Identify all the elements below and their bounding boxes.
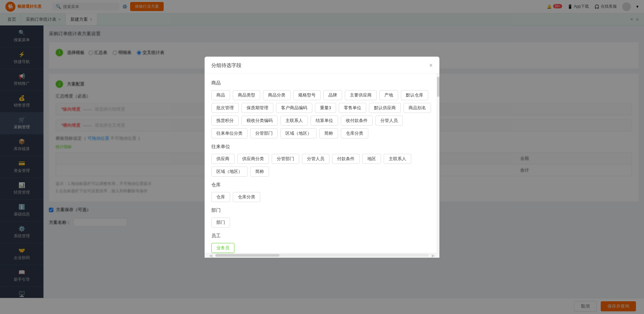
field-tag[interactable]: 品牌 — [323, 90, 342, 100]
field-tag[interactable]: 商品别名 — [404, 103, 431, 113]
field-tag[interactable]: 部门 — [211, 217, 230, 228]
section-staff-title: 员工 — [211, 233, 433, 239]
field-tag[interactable]: 仓库 — [211, 192, 230, 202]
field-tag[interactable]: 分管人员 — [375, 116, 403, 126]
field-tag[interactable]: 客户商品编码 — [276, 103, 312, 113]
v-scrollbar-thumb[interactable] — [437, 77, 439, 97]
section-product-title: 商品 — [211, 80, 433, 86]
field-tag[interactable]: 往来单位分类 — [211, 128, 248, 138]
field-tag[interactable]: 主联系人 — [280, 116, 308, 126]
modal-body[interactable]: 商品 商品 商品类型 商品分类 规格型号 品牌 主要供应商 产地 默认仓库 批次… — [205, 73, 439, 253]
field-tag[interactable]: 供应商 — [211, 154, 234, 164]
section-warehouse-fields: 仓库 仓库分类 — [211, 192, 433, 202]
field-tag[interactable]: 分管部门 — [250, 128, 278, 138]
section-partner-fields: 供应商 供应商分类 分管部门 分管人员 付款条件 地区 主联系人 区域（地区） … — [211, 154, 433, 177]
field-tag[interactable]: 规格型号 — [293, 90, 321, 100]
section-staff-fields: 业务员 — [211, 243, 433, 253]
section-dept-title: 部门 — [211, 207, 433, 213]
scroll-right-btn[interactable]: ▶ — [430, 253, 437, 258]
modal-header: 分组待选字段 × — [205, 57, 439, 73]
field-tag[interactable]: 分管人员 — [302, 154, 329, 164]
field-tag[interactable]: 主要供应商 — [345, 90, 377, 100]
field-tag[interactable]: 保质期管理 — [241, 103, 273, 113]
section-warehouse-title: 仓库 — [211, 182, 433, 188]
field-tag[interactable]: 商品 — [211, 90, 230, 100]
modal-title: 分组待选字段 — [211, 62, 241, 69]
field-tag[interactable]: 区域（地区） — [211, 167, 248, 177]
h-scrollbar-track[interactable] — [215, 254, 429, 257]
field-tag[interactable]: 供应商分类 — [237, 154, 269, 164]
h-scrollbar[interactable]: ◀ ▶ — [205, 253, 439, 258]
field-tag-salesperson[interactable]: 业务员 — [211, 243, 234, 253]
field-tag[interactable]: 税收分类编码 — [241, 116, 278, 126]
field-tag[interactable]: 仓库分类 — [341, 128, 368, 138]
field-tag[interactable]: 区域（地区） — [280, 128, 317, 138]
h-scrollbar-thumb[interactable] — [215, 254, 279, 257]
field-tag[interactable]: 默认仓库 — [401, 90, 428, 100]
v-scrollbar[interactable] — [437, 73, 439, 253]
modal-close-icon[interactable]: × — [429, 62, 433, 69]
section-product-fields: 商品 商品类型 商品分类 规格型号 品牌 主要供应商 产地 默认仓库 批次管理 … — [211, 90, 433, 138]
modal: 分组待选字段 × 商品 商品 商品类型 商品分类 规格型号 品牌 主要供应商 产… — [205, 57, 439, 258]
field-tag[interactable]: 收付款条件 — [341, 116, 373, 126]
field-tag[interactable]: 产地 — [379, 90, 398, 100]
field-tag[interactable]: 批次管理 — [211, 103, 239, 113]
field-tag[interactable]: 简称 — [319, 128, 338, 138]
field-tag[interactable]: 仓库分类 — [233, 192, 260, 202]
field-tag[interactable]: 重量3 — [315, 103, 336, 113]
field-tag[interactable]: 付款条件 — [332, 154, 360, 164]
field-tag[interactable]: 商品类型 — [233, 90, 260, 100]
scroll-left-btn[interactable]: ◀ — [207, 253, 214, 258]
field-tag[interactable]: 简称 — [250, 167, 269, 177]
field-tag[interactable]: 主联系人 — [384, 154, 411, 164]
modal-overlay[interactable]: 分组待选字段 × 商品 商品 商品类型 商品分类 规格型号 品牌 主要供应商 产… — [0, 0, 644, 314]
field-tag[interactable]: 商品分类 — [263, 90, 290, 100]
field-tag[interactable]: 零售单位 — [339, 103, 366, 113]
section-partner-title: 往来单位 — [211, 144, 433, 150]
field-tag[interactable]: 分管部门 — [272, 154, 299, 164]
section-dept-fields: 部门 — [211, 217, 433, 228]
field-tag[interactable]: 结算单位 — [311, 116, 338, 126]
field-tag[interactable]: 拣货积分 — [211, 116, 239, 126]
field-tag[interactable]: 地区 — [362, 154, 381, 164]
field-tag[interactable]: 默认供应商 — [369, 103, 401, 113]
